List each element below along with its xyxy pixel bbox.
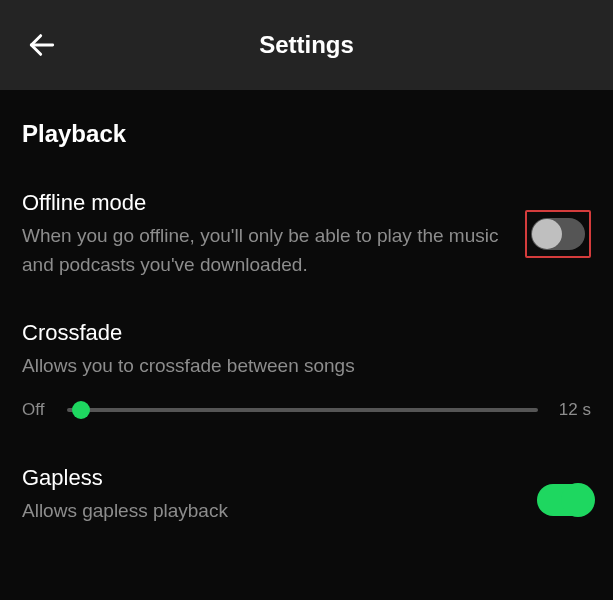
offline-mode-label: Offline mode: [22, 190, 505, 216]
setting-crossfade-text: Crossfade Allows you to crossfade betwee…: [22, 320, 591, 380]
setting-gapless: Gapless Allows gapless playback: [22, 465, 591, 525]
back-button[interactable]: [22, 25, 62, 65]
settings-header: Settings: [0, 0, 613, 90]
crossfade-slider-min-label: Off: [22, 400, 52, 420]
crossfade-description: Allows you to crossfade between songs: [22, 351, 571, 380]
setting-crossfade: Crossfade Allows you to crossfade betwee…: [22, 320, 591, 380]
toggle-knob-icon: [561, 483, 595, 517]
setting-offline-text: Offline mode When you go offline, you'll…: [22, 190, 525, 280]
gapless-label: Gapless: [22, 465, 517, 491]
crossfade-slider[interactable]: [67, 408, 538, 412]
gapless-toggle[interactable]: [537, 484, 591, 516]
offline-toggle-highlight: [525, 210, 591, 258]
offline-mode-toggle[interactable]: [531, 218, 585, 250]
page-title: Settings: [259, 31, 354, 59]
settings-content: Playback Offline mode When you go offlin…: [0, 90, 613, 526]
gapless-description: Allows gapless playback: [22, 496, 517, 525]
slider-thumb-icon: [72, 401, 90, 419]
section-playback-title: Playback: [22, 120, 591, 148]
crossfade-slider-max-label: 12 s: [553, 400, 591, 420]
crossfade-label: Crossfade: [22, 320, 571, 346]
toggle-knob-icon: [532, 219, 562, 249]
crossfade-slider-row: Off 12 s: [22, 400, 591, 420]
offline-mode-description: When you go offline, you'll only be able…: [22, 221, 505, 280]
gapless-toggle-wrap: [537, 484, 591, 516]
setting-gapless-text: Gapless Allows gapless playback: [22, 465, 537, 525]
back-arrow-icon: [26, 29, 58, 61]
setting-offline-mode: Offline mode When you go offline, you'll…: [22, 190, 591, 280]
